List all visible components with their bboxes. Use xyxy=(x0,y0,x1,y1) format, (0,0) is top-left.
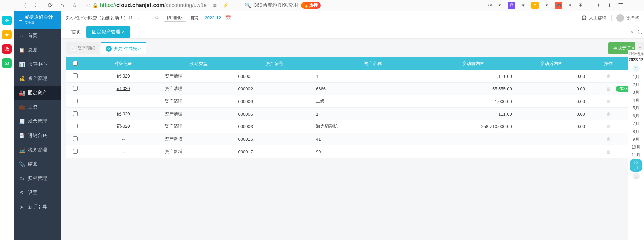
scissors-icon[interactable]: ✂ xyxy=(488,3,492,8)
menu-icon[interactable]: ☰ xyxy=(618,2,624,9)
sidebar-item-1[interactable]: 📋总账 xyxy=(14,43,61,57)
game-icon[interactable]: 🎮 xyxy=(555,2,562,9)
sub-tab-0[interactable]: 📄 资产明细 xyxy=(66,42,99,54)
delete-icon[interactable]: 🗑 xyxy=(606,149,611,154)
star-icon[interactable]: ☆ xyxy=(71,2,77,9)
voucher-link[interactable]: 记-020 xyxy=(117,111,130,116)
col-header-7: 操作 xyxy=(588,57,629,70)
nav-icon: 📎 xyxy=(19,161,25,167)
sidebar-item-3[interactable]: 💰资金管理 xyxy=(14,71,61,86)
row-checkbox[interactable] xyxy=(73,136,78,141)
voucher-empty: -- xyxy=(122,149,125,154)
sidebar-item-9[interactable]: 📎结账 xyxy=(14,157,61,171)
delete-icon[interactable]: 🗑 xyxy=(606,137,611,142)
reload-icon[interactable]: ⟳ xyxy=(48,2,53,9)
delete-icon[interactable]: 🗑 xyxy=(606,86,611,91)
row-checkbox[interactable] xyxy=(73,149,78,154)
period-label: 账期 xyxy=(191,15,200,21)
month-1[interactable]: 1月 xyxy=(628,73,644,81)
voucher-link[interactable]: 记-020 xyxy=(117,124,130,129)
calendar-icon[interactable]: 📅 xyxy=(226,15,231,20)
month-up-icon[interactable]: ⌃ xyxy=(633,65,640,72)
bolt-icon[interactable]: ⚡ xyxy=(223,3,228,8)
tab-close-all-icon[interactable]: × xyxy=(630,28,634,35)
voucher-link[interactable]: 记-020 xyxy=(117,73,130,79)
sidebar-item-11[interactable]: ⚙设置 xyxy=(14,186,61,200)
month-4[interactable]: 4月 xyxy=(628,97,644,104)
consult-button[interactable]: 🎧 人工咨询 xyxy=(581,15,607,21)
cell-after xyxy=(515,133,588,145)
dock-app-1[interactable]: ❖ xyxy=(2,16,12,25)
month-9[interactable]: 9月 xyxy=(628,136,644,143)
download-icon[interactable]: ⤓ xyxy=(608,3,611,8)
month-down-icon[interactable]: ⌄ xyxy=(633,173,640,180)
switch-old-button[interactable]: 切到旧版 xyxy=(164,14,186,22)
row-checkbox[interactable] xyxy=(73,73,78,78)
month-7[interactable]: 7月 xyxy=(628,120,644,128)
translate-icon[interactable]: 译 xyxy=(508,2,515,9)
sidebar-item-4[interactable]: 🏭固定资产 xyxy=(14,86,61,100)
sidebar-item-0[interactable]: ⌂首页 xyxy=(14,29,61,43)
cell-before: 258,710,000.00 xyxy=(432,120,515,133)
back-icon[interactable]: 〈 xyxy=(20,1,27,10)
book-name[interactable]: 刘小艳演示账套（勿删勿动！）11 xyxy=(66,15,133,21)
settings-icon[interactable]: ⚙ xyxy=(155,15,159,20)
month-3[interactable]: 3月 xyxy=(628,89,644,97)
month-11[interactable]: 11月 xyxy=(628,151,644,159)
book-dropdown-icon[interactable]: ⌄ xyxy=(138,16,141,20)
row-checkbox[interactable] xyxy=(73,86,78,91)
forward-icon[interactable]: 〉 xyxy=(34,1,40,10)
sidebar-item-8[interactable]: 🧮税务管理 xyxy=(14,143,61,157)
voucher-link[interactable]: 记-020 xyxy=(117,86,130,91)
table-row: --资产新增00001541🗑 xyxy=(66,133,629,145)
sub-tab-1[interactable]: ⟳ 变更·生成凭证 xyxy=(101,42,146,54)
home-icon[interactable]: ⌂ xyxy=(60,2,64,9)
url-scheme: https:// xyxy=(100,2,116,8)
voucher-empty: -- xyxy=(122,99,125,104)
qr-icon[interactable]: ▦ xyxy=(213,3,217,8)
month-10[interactable]: 10月 xyxy=(628,143,644,151)
sidebar-item-10[interactable]: 🗂归档管理 xyxy=(14,171,61,186)
address-bar[interactable]: ◎ 🔒 https://cloud.chanjet.com/accounting… xyxy=(86,2,207,8)
add-book-icon[interactable]: ＋ xyxy=(146,15,150,21)
theme-icon[interactable]: ☀ xyxy=(597,3,601,8)
month-6[interactable]: 6月 xyxy=(628,112,644,120)
row-checkbox[interactable] xyxy=(73,111,78,116)
apps-icon[interactable]: ⊞ xyxy=(578,2,583,8)
month-5[interactable]: 5月 xyxy=(628,104,644,112)
delete-icon[interactable]: 🗑 xyxy=(606,99,611,104)
delete-icon[interactable]: 🗑 xyxy=(606,124,611,129)
dock-app-2[interactable]: ★ xyxy=(2,30,12,39)
fullscreen-icon[interactable]: ⛶ xyxy=(638,30,642,34)
month-2[interactable]: 2月 xyxy=(628,81,644,89)
row-checkbox[interactable] xyxy=(73,99,78,103)
row-checkbox[interactable] xyxy=(73,124,78,128)
dock-app-mail[interactable]: ✉ xyxy=(2,58,12,68)
cell-after: 0.00 xyxy=(515,95,588,108)
sidebar-item-2[interactable]: 📊报表中心 xyxy=(14,57,61,71)
wallet-icon[interactable]: ¥ xyxy=(531,2,539,9)
month-8[interactable]: 8月 xyxy=(628,128,644,136)
sidebar-item-12[interactable]: ➤新手引导 xyxy=(14,200,61,214)
search-icon: 🔍 xyxy=(245,2,251,8)
user-menu[interactable]: 徐泽华 xyxy=(616,14,639,22)
select-all-checkbox[interactable] xyxy=(73,61,78,66)
page-tab-0[interactable]: 首页 xyxy=(66,26,86,38)
sidebar-item-label: 首页 xyxy=(28,33,37,39)
sidebar-item-6[interactable]: 🧾发票管理 xyxy=(14,114,61,128)
browser-search[interactable]: 🔍 360智能抠图免费用 🔥热搜 xyxy=(245,2,321,9)
sidebar-item-5[interactable]: 💼工资 xyxy=(14,100,61,114)
period-value[interactable]: 2023-12 xyxy=(205,15,221,20)
sidebar-item-7[interactable]: 📑进销台账 xyxy=(14,128,61,143)
month-12[interactable]: 12月 xyxy=(630,159,642,172)
table-row: 记-020资产清理000002666655,555.000.00🗑 xyxy=(66,83,629,95)
cell-before xyxy=(432,133,515,145)
dock-app-weibo[interactable]: 微 xyxy=(2,44,12,54)
col-header-2: 变动类型 xyxy=(162,57,235,70)
table-row: --资产清理000009二级1,000.000.00🗑 xyxy=(66,95,629,108)
brand[interactable]: ☁ 畅捷通好会计 专业版 xyxy=(14,11,61,29)
page-tab-1[interactable]: 固定资产管理 × xyxy=(86,26,130,38)
cell-type: 资产清理 xyxy=(162,120,235,133)
delete-icon[interactable]: 🗑 xyxy=(606,112,611,117)
delete-icon[interactable]: 🗑 xyxy=(606,74,611,79)
